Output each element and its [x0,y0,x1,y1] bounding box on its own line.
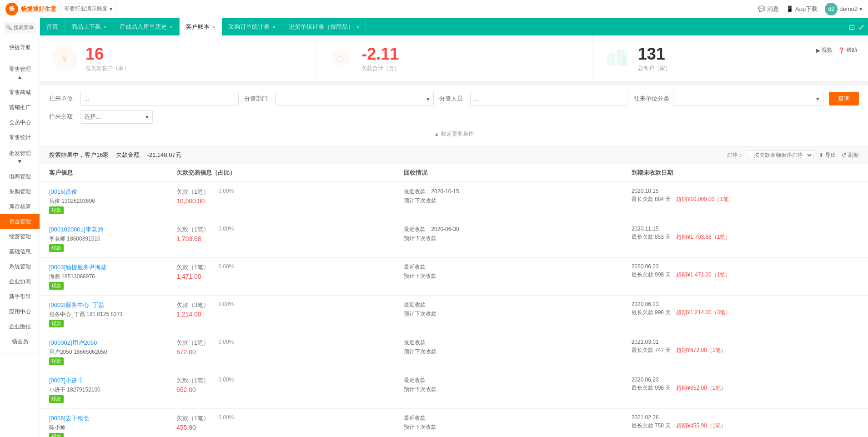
debt-info-inner: 欠款（1笔） 672.00 0.00% [176,339,404,356]
tab-product-listing[interactable]: 商品上下架 × [65,18,113,35]
tab-customer-account[interactable]: 客户账本 × [180,18,222,35]
sidebar-item-retail-mall[interactable]: 零售商城 [0,85,40,100]
avatar: d2 [825,3,838,15]
tab-close-icon[interactable]: × [170,24,172,30]
unit-class-select[interactable]: ▾ [673,92,823,105]
collapse-filter-btn[interactable]: ▲ 收起更多条件 [49,128,859,140]
tab-home[interactable]: 首页 [40,18,65,35]
debt-info-inner: 欠款（1笔） 652.00 0.00% [176,377,404,393]
sidebar-item-purchase[interactable]: 采购管理 [0,184,40,199]
col-collection: 回收情况 [404,169,631,177]
tab-purchase-order-stats[interactable]: 采购订单统计表 × [222,18,282,35]
sidebar-item-wechat[interactable]: 企业微信 [0,319,40,334]
message-btn[interactable]: 💬 消息 [758,5,779,13]
dept-select[interactable]: ▾ [275,92,434,105]
sidebar-item-enterprise-collab[interactable]: 企业协同 [0,274,40,289]
customer-name-link[interactable]: [0002]服务中心_丁磊 [49,301,176,309]
balance-placeholder: 选择... [84,113,101,121]
customer-name-link[interactable]: [0006]去下粮仓 [49,414,176,422]
tab-close-icon[interactable]: × [356,24,359,30]
result-actions: 排序： 按欠款金额倒序排序 ⬇ 导出 ↺ 刷新 [727,150,859,160]
sidebar-item-basic-info[interactable]: 基础信息 [0,244,40,259]
tab-inbound-stats[interactable]: 进货单统计表（按商品） × [282,18,366,35]
due-date: 2020.11.15 [632,226,859,232]
search-button[interactable]: 查询 [829,92,859,105]
debt-info-inner: 欠款（1笔） 455.90 0.00% [176,414,404,431]
debt-info-cell: 欠款（1笔） 672.00 0.00% [176,339,404,356]
retail-mall-label: 零售商城 [9,89,31,96]
due-date: 2021.03.01 [632,339,859,345]
sidebar-item-finance[interactable]: 资金管理 [0,214,40,229]
store-selector[interactable]: 母婴行业演示账套 ▾ [60,4,116,14]
collection-info-cell: 最近收款 预计下次收款 [404,301,631,318]
restore-icon[interactable]: ⊡ [849,23,855,31]
customer-name-link[interactable]: [0007]小进千 [49,377,176,385]
overdue-link[interactable]: 超期¥1,703.68（1笔） [676,234,731,240]
manager-dots: ... [474,95,479,102]
overdue-info-cell: 2021.03.01 最长欠款 747 天 超期¥672.00（1笔） [632,339,859,354]
ecommerce-label: 电商管理 [9,173,31,181]
sidebar-item-new-user-guide[interactable]: 新手引导 [0,289,40,304]
source-unit-filter: 往来单位 ... [49,92,239,105]
sidebar-item-changhui[interactable]: 畅会员 [0,334,40,349]
source-unit-input[interactable]: ... [80,92,239,105]
overdue-link[interactable]: 超期¥455.90（1笔） [676,422,726,429]
search-menu-label: 搜索菜单 [14,24,34,31]
expand-icon[interactable]: ⤢ [858,23,864,31]
tab-close-icon[interactable]: × [212,24,215,30]
overdue-days: 最长欠款 998 天 超期¥652.00（1笔） [632,384,859,392]
customer-tag: 现款 [49,357,64,365]
tab-inbound-stats-label: 进货单统计表（按商品） [289,23,354,31]
overdue-link[interactable]: 超期¥672.00（1笔） [676,347,726,353]
customer-phone: 海燕 18513066976 [49,273,176,281]
username: demo2 [839,5,858,12]
unit-class-filter: 往来单位分类 ▾ [634,92,823,105]
sidebar-item-app-center[interactable]: 应用中心 [0,304,40,319]
wholesale-mgmt-label: 批发管理 [9,150,31,157]
svg-rect-3 [607,53,615,66]
sidebar-item-ecommerce[interactable]: 电商管理 [0,169,40,184]
sidebar-item-inventory[interactable]: 库存核算 [0,199,40,214]
recent-payment-label: 最近收款 2020-06-30 [404,226,631,233]
search-icon: 🔍 [6,25,12,30]
overdue-link[interactable]: 超期¥1,214.00（3笔） [676,309,731,316]
debt-count: 欠款（1笔） [176,414,209,422]
sidebar-item-membership[interactable]: 会员中心 [0,115,40,130]
table-row: [0006]去下粮仓 陈小帅 现款 欠款（1笔） 455.90 0.00% 最近… [40,409,868,437]
sidebar-item-retail-mgmt[interactable]: 零售管理 ▲ [0,61,40,85]
manager-input[interactable]: ... [470,92,629,105]
tab-production-history[interactable]: 产成品入库单历史 × [113,18,179,35]
customer-name-link[interactable]: [0001020001]李老师 [49,226,176,234]
debt-info-cell: 欠款（1笔） 1,703.68 0.00% [176,226,404,242]
debt-count: 欠款（1笔） [176,377,209,385]
video-btn[interactable]: ▶ 视频 [816,46,833,54]
user-menu[interactable]: d2 demo2 ▾ [825,3,863,15]
export-btn[interactable]: ⬇ 导出 [819,151,836,159]
sort-select[interactable]: 按欠款金额倒序排序 [749,150,813,160]
customer-name-link[interactable]: [0016]吕俊 [49,188,176,196]
balance-select[interactable]: 选择... ▾ [80,110,153,124]
stat-card-debt-customers: ¥ 16 总欠款客户（家） [40,35,316,81]
table-body: [0016]吕俊 吕俊 13026203696 现款 欠款（1笔） 10,000… [40,182,868,437]
overdue-days: 最长欠款 998 天 超期¥1,214.00（3笔） [632,309,859,316]
app-center-label: 应用中心 [9,308,31,316]
tab-close-icon[interactable]: × [104,24,106,30]
customer-name-link[interactable]: [0003]畅捷服务尹海蒸 [49,263,176,271]
sidebar-item-wholesale-mgmt[interactable]: 批发管理 ▼ [0,145,40,169]
overdue-link[interactable]: 超期¥652.00（1笔） [676,385,726,391]
app-download-btn[interactable]: 📱 App下载 [786,5,818,13]
overdue-link[interactable]: 超期¥1,471.00（1笔） [676,271,731,278]
sidebar-item-retail-stats[interactable]: 零售统计 [0,130,40,145]
tab-close-icon[interactable]: × [272,24,275,30]
stats-row: ¥ 16 总欠款客户（家） ⬡ [40,35,868,82]
refresh-btn[interactable]: ↺ 刷新 [842,151,859,159]
due-date: 2020.06.23 [632,377,859,383]
overdue-link[interactable]: 超期¥10,000.00（1笔） [676,196,734,202]
help-btn[interactable]: ❓ 帮助 [838,46,857,54]
search-menu-btn[interactable]: 🔍 搜索菜单 [4,22,36,33]
sidebar-item-system[interactable]: 系统管理 [0,259,40,274]
sidebar-item-marketing[interactable]: 营销推广 [0,100,40,115]
sidebar-item-operations[interactable]: 经营管理 [0,229,40,244]
sidebar-item-quick-nav[interactable]: 快捷导航 [0,40,40,55]
customer-name-link[interactable]: [000002]用户2050 [49,339,176,347]
